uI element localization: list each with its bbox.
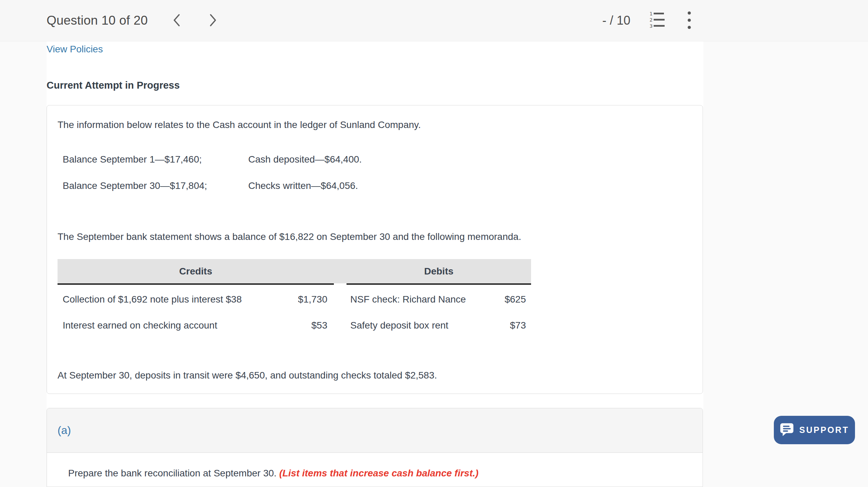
credit-amount-2: $53 <box>311 319 327 332</box>
support-button-label: SUPPORT <box>799 425 849 435</box>
debits-column-header: Debits <box>347 259 531 285</box>
part-a-body: Prepare the bank reconciliation at Septe… <box>47 453 703 479</box>
memoranda-table: Credits Debits Collection of $1,692 note… <box>58 259 531 332</box>
svg-text:3: 3 <box>650 23 653 29</box>
balance-sept30: Balance September 30—$17,804; <box>63 179 248 193</box>
table-column-gap <box>334 319 347 332</box>
part-a-card: (a) Prepare the bank reconciliation at S… <box>47 408 703 487</box>
debit-entry-1: NSF check: Richard Nance $625 <box>347 293 531 306</box>
question-header: Question 10 of 20 - / 10 1 2 3 <box>0 0 868 41</box>
view-policies-link[interactable]: View Policies <box>47 44 103 54</box>
svg-text:1: 1 <box>650 11 653 16</box>
score-display: - / 10 <box>602 13 630 28</box>
more-options-button[interactable] <box>687 11 691 31</box>
table-column-gap <box>334 293 347 306</box>
credit-desc-2: Interest earned on checking account <box>63 319 217 332</box>
balance-sept1: Balance September 1—$17,460; <box>63 153 248 166</box>
table-header-gap <box>334 259 347 283</box>
table-row: Collection of $1,692 note plus interest … <box>58 293 531 306</box>
debit-desc-1: NSF check: Richard Nance <box>350 293 466 306</box>
credit-entry-2: Interest earned on checking account $53 <box>58 319 334 332</box>
previous-question-button[interactable] <box>169 10 184 31</box>
question-intro-text: The information below relates to the Cas… <box>58 120 421 130</box>
question-card: The information below relates to the Cas… <box>47 105 703 394</box>
next-question-button[interactable] <box>205 10 221 31</box>
question-content-area: View Policies Current Attempt in Progres… <box>47 41 703 487</box>
credit-entry-1: Collection of $1,692 note plus interest … <box>58 293 334 306</box>
debit-entry-2: Safety deposit box rent $73 <box>347 319 531 332</box>
part-a-prompt-emphasis: (List items that increase cash balance f… <box>279 468 478 478</box>
cash-balances-block: Balance September 1—$17,460; Cash deposi… <box>63 153 362 193</box>
credits-column-header: Credits <box>58 259 334 285</box>
question-title: Question 10 of 20 <box>47 13 148 28</box>
chat-bubble-icon <box>780 423 794 437</box>
debit-amount-2: $73 <box>510 319 526 332</box>
transit-note-text: At September 30, deposits in transit wer… <box>58 369 437 382</box>
credit-amount-1: $1,730 <box>298 293 327 306</box>
debit-desc-2: Safety deposit box rent <box>350 319 448 332</box>
credit-desc-1: Collection of $1,692 note plus interest … <box>63 293 242 306</box>
part-a-prompt: Prepare the bank reconciliation at Septe… <box>68 468 279 478</box>
current-attempt-heading: Current Attempt in Progress <box>47 79 180 91</box>
cash-deposited: Cash deposited—$64,400. <box>248 153 362 166</box>
question-list-button[interactable]: 1 2 3 <box>650 11 665 30</box>
support-button[interactable]: SUPPORT <box>774 416 855 444</box>
checks-written: Checks written—$64,056. <box>248 179 362 193</box>
part-a-accordion-header[interactable]: (a) <box>47 408 703 453</box>
chevron-left-icon <box>173 13 180 28</box>
kebab-menu-icon <box>687 11 691 31</box>
chevron-right-icon <box>209 13 217 28</box>
part-a-label: (a) <box>58 424 71 437</box>
debit-amount-1: $625 <box>505 293 526 306</box>
svg-text:2: 2 <box>650 17 653 23</box>
bank-statement-text: The September bank statement shows a bal… <box>58 232 521 242</box>
memoranda-table-header: Credits Debits <box>58 259 531 285</box>
ordered-list-icon: 1 2 3 <box>650 11 665 30</box>
table-row: Interest earned on checking account $53 … <box>58 319 531 332</box>
